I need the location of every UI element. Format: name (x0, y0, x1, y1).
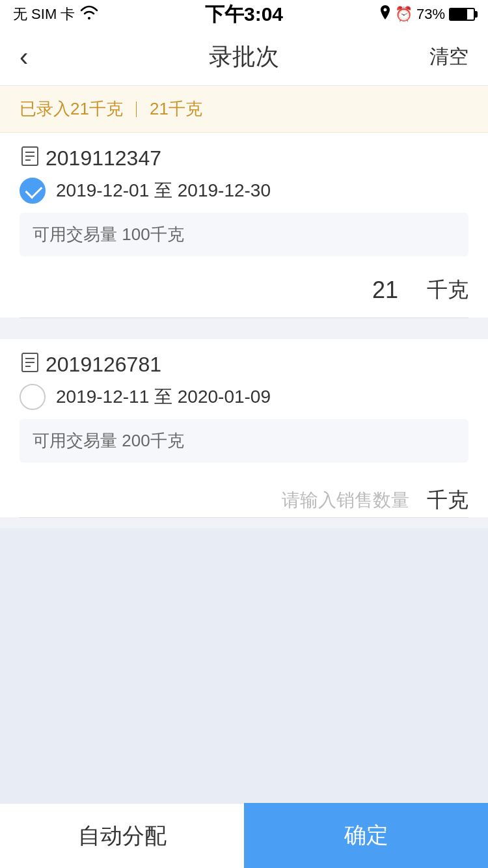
confirm-button[interactable]: 确定 (244, 803, 488, 868)
batch-doc-icon-2 (20, 352, 40, 377)
empty-area (0, 528, 488, 815)
total-qty-label: 21千克 (150, 98, 202, 120)
available-qty-1: 可用交易量 100千克 (20, 213, 468, 256)
nav-bar: ‹ 录批次 清空 (0, 29, 488, 86)
battery-percent: 73% (416, 6, 445, 23)
batch-radio-2[interactable] (20, 384, 46, 410)
qty-underline-1 (20, 318, 468, 318)
status-time: 下午3:04 (205, 1, 283, 28)
section-divider (0, 329, 488, 339)
qty-underline-2 (20, 517, 468, 518)
banner-divider (136, 102, 137, 117)
recorded-qty-label: 已录入21千克 (20, 98, 123, 120)
batch-id-text-1: 2019112347 (46, 146, 161, 170)
alarm-icon: ⏰ (395, 6, 413, 23)
batch-id-row-1: 2019112347 (20, 146, 468, 171)
qty-input-2[interactable] (224, 490, 419, 511)
page-title: 录批次 (209, 41, 279, 73)
auto-distribute-button[interactable]: 自动分配 (0, 803, 244, 868)
batch-date-text-2: 2019-12-11 至 2020-01-09 (56, 385, 271, 409)
location-icon (379, 5, 391, 23)
battery-icon (449, 8, 475, 21)
available-qty-2: 可用交易量 200千克 (20, 419, 468, 463)
carrier-text: 无 SIM 卡 (13, 5, 75, 24)
qty-unit-2: 千克 (427, 486, 468, 515)
qty-value-1: 21 (372, 277, 398, 304)
batch-date-text-1: 2019-12-01 至 2019-12-30 (56, 178, 271, 203)
status-right: ⏰ 73% (379, 5, 475, 23)
batch-date-row-2[interactable]: 2019-12-11 至 2020-01-09 (20, 384, 468, 410)
batch-radio-1[interactable] (20, 178, 46, 204)
bottom-bar: 自动分配 确定 (0, 803, 488, 868)
batch-id-text-2: 2019126781 (46, 353, 161, 377)
wifi-icon (80, 5, 98, 23)
qty-row-1: 21 千克 (0, 269, 488, 318)
status-left: 无 SIM 卡 (13, 5, 98, 24)
batch-date-row-1[interactable]: 2019-12-01 至 2019-12-30 (20, 178, 468, 204)
batch-id-row-2: 2019126781 (20, 352, 468, 377)
back-button[interactable]: ‹ (20, 42, 28, 72)
qty-row-2[interactable]: 千克 (0, 476, 488, 517)
batch-item-1: 2019112347 2019-12-01 至 2019-12-30 可用交易量… (0, 133, 488, 269)
batch-item-2: 2019126781 2019-12-11 至 2020-01-09 可用交易量… (0, 339, 488, 476)
info-banner: 已录入21千克 21千克 (0, 86, 488, 133)
qty-unit-1: 千克 (427, 276, 468, 305)
clear-button[interactable]: 清空 (429, 44, 468, 70)
status-bar: 无 SIM 卡 下午3:04 ⏰ 73% (0, 0, 488, 29)
batch-doc-icon-1 (20, 146, 40, 171)
